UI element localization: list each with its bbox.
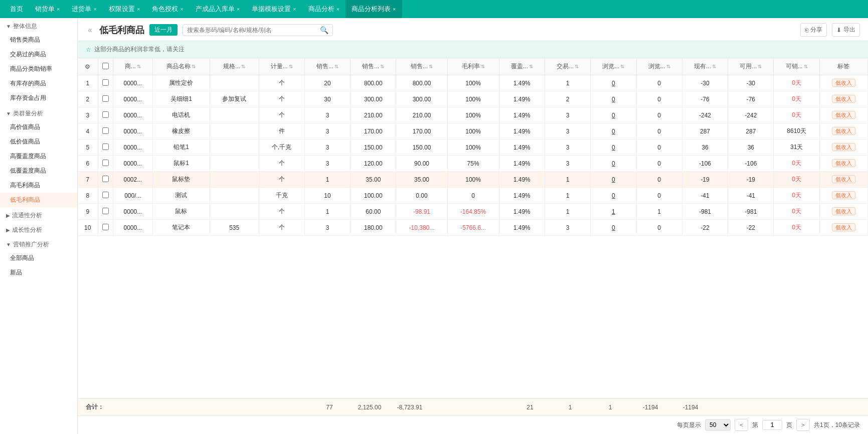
cell-browse1[interactable]: 0 <box>591 220 636 236</box>
nav-sales-order[interactable]: 销货单 × <box>29 0 66 18</box>
sidebar-item-high-margin[interactable]: 高毛利商品 <box>0 178 77 193</box>
cell-browse1[interactable]: 0 <box>591 75 636 91</box>
table-header-row: ⚙ 商...⇅ 商品名称⇅ 规格...⇅ 计量...⇅ 销售...⇅ 销售...… <box>78 58 868 75</box>
sidebar-group-overall[interactable]: ▼ 整体信息 <box>0 18 77 33</box>
row-checkbox[interactable] <box>102 111 109 118</box>
select-all-checkbox[interactable] <box>102 63 109 69</box>
row-checkbox[interactable] <box>102 208 109 214</box>
row-checkbox[interactable] <box>102 95 109 102</box>
sidebar-group-marketing[interactable]: ▼ 营销推广分析 <box>0 236 77 251</box>
cell-saleable: 0天 <box>774 156 819 172</box>
sidebar-item-stock-capital[interactable]: 库存资金占用 <box>0 91 77 105</box>
sidebar-item-new-products[interactable]: 新品 <box>0 265 77 280</box>
cell-browse1[interactable]: 0 <box>591 123 636 139</box>
row-checkbox[interactable] <box>102 176 109 182</box>
nav-role-auth[interactable]: 角色授权 × <box>146 0 189 18</box>
nav-template-settings[interactable]: 单据模板设置 × <box>246 0 302 18</box>
cell-current-stock: 287 <box>682 123 728 139</box>
filter-recent-month-btn[interactable]: 近一月 <box>149 24 178 36</box>
prev-page-btn[interactable]: ＜ <box>735 419 748 431</box>
row-checkbox[interactable] <box>102 160 109 166</box>
cell-check[interactable] <box>98 75 113 91</box>
cell-browse1[interactable]: 0 <box>591 156 636 172</box>
sidebar-item-low-value[interactable]: 低价值商品 <box>0 134 77 149</box>
cell-check[interactable] <box>98 172 113 188</box>
cell-browse2: 0 <box>636 107 682 123</box>
th-checkbox[interactable] <box>98 58 113 75</box>
cell-browse1[interactable]: 0 <box>591 91 636 107</box>
row-checkbox[interactable] <box>102 79 109 86</box>
cell-browse1[interactable]: 0 <box>591 172 636 188</box>
row-checkbox[interactable] <box>102 224 109 230</box>
cell-browse1[interactable]: 1 <box>591 204 636 220</box>
row-checkbox[interactable] <box>102 127 109 134</box>
cell-check[interactable] <box>98 220 113 236</box>
cell-check[interactable] <box>98 204 113 220</box>
sidebar-group-circulation[interactable]: ▶ 流通性分析 <box>0 207 77 222</box>
cell-check[interactable] <box>98 123 113 139</box>
cell-name: 笔记本 <box>153 220 210 236</box>
close-icon[interactable]: × <box>237 6 240 12</box>
cell-browse1[interactable]: 0 <box>591 107 636 123</box>
search-input[interactable] <box>187 27 320 34</box>
next-page-btn[interactable]: ＞ <box>796 419 810 431</box>
close-icon[interactable]: × <box>93 6 96 12</box>
close-icon[interactable]: × <box>137 6 140 12</box>
cell-browse1[interactable]: 0 <box>591 188 636 204</box>
cell-sales-amount: 170.00 <box>396 123 447 139</box>
nav-product-analysis-list[interactable]: 商品分析列表 × <box>345 0 402 18</box>
cell-check[interactable] <box>98 188 113 204</box>
close-icon[interactable]: × <box>57 6 60 12</box>
sidebar-item-high-coverage[interactable]: 高覆盖度商品 <box>0 149 77 164</box>
footer-sales-qty: 77 <box>309 404 350 411</box>
sidebar-item-sales-products[interactable]: 销售类商品 <box>0 33 77 47</box>
cell-check[interactable] <box>98 156 113 172</box>
sidebar-item-traded-products[interactable]: 交易过的商品 <box>0 47 77 62</box>
cell-num: 4 <box>78 123 98 139</box>
cell-sales-qty: 10 <box>304 188 350 204</box>
search-icon[interactable]: 🔍 <box>320 26 328 34</box>
share-btn[interactable]: ⎗ 分享 <box>800 23 827 37</box>
sidebar-item-low-coverage[interactable]: 低覆盖度商品 <box>0 164 77 178</box>
sidebar-group-cluster[interactable]: ▼ 类群量分析 <box>0 105 77 120</box>
nav-product-analysis[interactable]: 商品分析 × <box>302 0 345 18</box>
cell-transaction: 2 <box>545 91 590 107</box>
export-btn[interactable]: ⬇ 导出 <box>832 23 860 37</box>
cell-browse1[interactable]: 0 <box>591 139 636 156</box>
nav-finished-goods[interactable]: 产成品入库单 × <box>190 0 246 18</box>
cell-spec <box>210 139 259 156</box>
cell-num: 8 <box>78 188 98 204</box>
table-row: 2 0000... 吴细细1 参加复试 个 30 300.00 300.00 1… <box>78 91 868 107</box>
close-icon[interactable]: × <box>293 6 296 12</box>
th-settings[interactable]: ⚙ <box>78 58 98 75</box>
cell-sales-qty: 3 <box>304 220 350 236</box>
sidebar-item-category-rate[interactable]: 商品分类助销率 <box>0 62 77 76</box>
cell-check[interactable] <box>98 107 113 123</box>
sidebar-item-all-products[interactable]: 全部商品 <box>0 251 77 265</box>
cell-check[interactable] <box>98 91 113 107</box>
sidebar-group-growth[interactable]: ▶ 成长性分析 <box>0 222 77 236</box>
close-icon[interactable]: × <box>393 6 396 12</box>
cell-check[interactable] <box>98 139 113 156</box>
page-input[interactable] <box>762 420 782 430</box>
cell-transaction: 3 <box>545 220 590 236</box>
sidebar-item-low-margin[interactable]: 低毛利商品 <box>0 193 77 207</box>
th-sales-qty: 销售...⇅ <box>304 58 350 75</box>
collapse-sidebar-btn[interactable]: « <box>86 26 94 35</box>
cell-tag: 低收入 <box>819 75 867 91</box>
cell-unit: 个 <box>259 75 304 91</box>
row-checkbox[interactable] <box>102 192 109 198</box>
cell-code: 000/... <box>113 188 153 204</box>
cell-spec: 参加复试 <box>210 91 259 107</box>
cell-sales-amount: 210.00 <box>396 107 447 123</box>
nav-home[interactable]: 首页 <box>4 0 29 18</box>
close-icon[interactable]: × <box>180 6 183 12</box>
row-checkbox[interactable] <box>102 143 109 150</box>
sidebar-item-high-value[interactable]: 高价值商品 <box>0 120 77 134</box>
close-icon[interactable]: × <box>336 6 339 12</box>
nav-permission-settings[interactable]: 权限设置 × <box>103 0 146 18</box>
sidebar-item-in-stock[interactable]: 有库存的商品 <box>0 76 77 91</box>
cell-coverage: 1.49% <box>499 156 545 172</box>
nav-purchase-order[interactable]: 进货单 × <box>66 0 102 18</box>
per-page-select[interactable]: 50 20 100 <box>705 419 731 430</box>
